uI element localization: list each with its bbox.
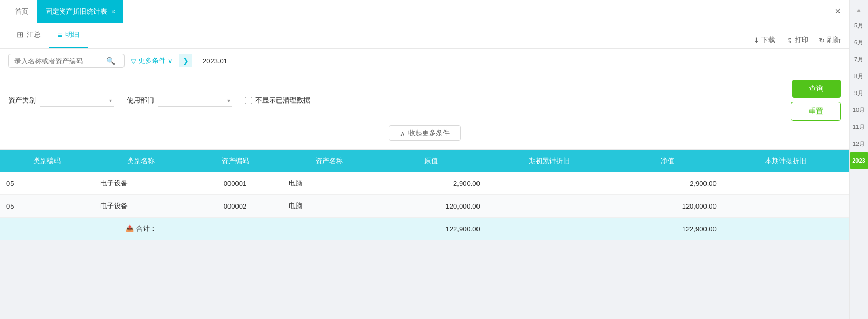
data-table: 类别编码 类别名称 资产编码 资产名称 原值 期初累计折旧 净值 本期计提折旧 … [0,150,849,240]
window-close-button[interactable]: × [835,6,841,17]
cell-original: 2,900.00 [376,172,487,195]
col-category-name: 类别名称 [94,150,188,172]
filter-section: 资产类别 使用部门 不显示已清理数据 [0,73,849,150]
collapse-label: 收起更多条件 [408,128,450,138]
nav-tab: 固定资产折旧统计表 × [37,0,123,23]
sidebar-month-item[interactable]: 7月 [850,51,869,68]
cell-cat-name: 电子设备 [94,195,188,218]
asset-category-label: 资产类别 [8,96,36,105]
cell-net-value: 120,000.00 [613,195,723,218]
download-label: 下载 [761,35,775,45]
nav-tab-title: 固定资产折旧统计表 [45,0,107,23]
expand-arrow-button[interactable]: ❯ [179,54,192,67]
total-accumulated [487,218,613,240]
col-asset-name: 资产名称 [282,150,376,172]
print-label: 打印 [795,35,808,45]
nav-tab-close[interactable]: × [111,0,115,23]
cell-asset-code: 000002 [188,195,282,218]
asset-category-filter: 资产类别 [8,94,114,107]
use-department-filter: 使用部门 [127,94,232,107]
asset-category-select[interactable] [40,94,114,107]
tab-detail[interactable]: ≡ 明细 [49,23,88,48]
toolbar-right: ⬇ 下载 🖨 打印 ↻ 刷新 [753,35,841,45]
search-input[interactable] [14,57,103,65]
sidebar-month-item[interactable]: 6月 [850,34,869,51]
total-net-value: 122,900.00 [613,218,723,240]
filter-row: 资产类别 使用部门 不显示已清理数据 [8,80,841,121]
col-original-value: 原值 [376,150,487,172]
download-icon: ⬇ [753,36,759,44]
cell-original: 120,000.00 [376,195,487,218]
chevron-down-icon: ∨ [168,57,173,65]
col-accumulated-depreciation: 期初累计折旧 [487,150,613,172]
total-label: 合计： [136,224,157,232]
reset-button[interactable]: 重置 [791,102,841,121]
col-asset-code: 资产编码 [188,150,282,172]
refresh-button[interactable]: ↻ 刷新 [819,35,841,45]
cell-asset-name: 电脑 [282,195,376,218]
date-display: 2023.01 [203,57,227,65]
col-net-value: 净值 [613,150,723,172]
sidebar-month-item[interactable]: 12月 [850,135,869,152]
sidebar-month-item[interactable]: 9月 [850,85,869,101]
tab-summary-label: 汇总 [27,30,41,40]
search-icon: 🔍 [106,57,115,65]
total-asset-name [282,218,376,240]
right-sidebar: ▲ 5月6月7月8月9月10月11月12月2023 [849,0,868,319]
table-row: 05 电子设备 000002 电脑 120,000.00 120,000.00 [0,195,849,218]
total-label-cell: 📤 合计： [0,218,282,240]
collapse-icon: ∧ [400,129,405,137]
cell-cat-name: 电子设备 [94,172,188,195]
table-header-row: 类别编码 类别名称 资产编码 资产名称 原值 期初累计折旧 净值 本期计提折旧 [0,150,849,172]
total-icon: 📤 [126,224,134,232]
cell-asset-code: 000001 [188,172,282,195]
table-row: 05 电子设备 000001 电脑 2,900.00 2,900.00 [0,172,849,195]
summary-icon: ⊞ [17,30,24,40]
cell-cat-code: 05 [0,172,94,195]
cell-asset-name: 电脑 [282,172,376,195]
tab-detail-label: 明细 [65,30,79,40]
sidebar-month-item[interactable]: 2023 [850,152,869,169]
cell-net-value: 2,900.00 [613,172,723,195]
cell-cat-code: 05 [0,195,94,218]
print-button[interactable]: 🖨 打印 [786,35,808,45]
asset-category-select-wrap [40,94,114,107]
data-table-wrap: 类别编码 类别名称 资产编码 资产名称 原值 期初累计折旧 净值 本期计提折旧 … [0,150,849,319]
total-row: 📤 合计： 122,900.00 122,900.00 [0,218,849,240]
sidebar-month-item[interactable]: 10月 [850,101,869,118]
refresh-icon: ↻ [819,36,825,44]
filter-icon: ▽ [131,57,136,65]
cell-current [723,172,849,195]
download-button[interactable]: ⬇ 下载 [753,35,775,45]
refresh-label: 刷新 [827,35,841,45]
collapse-row: ∧ 收起更多条件 [8,121,841,145]
scroll-up-button[interactable]: ▲ [854,4,864,16]
use-department-label: 使用部门 [127,96,154,105]
no-cleared-filter: 不显示已清理数据 [245,96,310,105]
tab-summary[interactable]: ⊞ 汇总 [8,23,49,48]
cell-accumulated [487,172,613,195]
action-buttons: 查询 重置 [791,80,841,121]
total-current [723,218,849,240]
filter-label: 更多条件 [138,56,166,65]
no-cleared-label: 不显示已清理数据 [255,96,310,105]
tab-bar: ⊞ 汇总 ≡ 明细 ⬇ 下载 🖨 打印 ↻ 刷新 [0,23,849,49]
sidebar-month-item[interactable]: 5月 [850,17,869,34]
more-conditions-button[interactable]: ▽ 更多条件 ∨ [131,56,173,65]
no-cleared-checkbox[interactable] [245,97,252,104]
cell-current [723,195,849,218]
sidebar-month-item[interactable]: 8月 [850,68,869,85]
search-input-wrap: 🔍 [8,54,125,68]
col-category-code: 类别编码 [0,150,94,172]
query-button[interactable]: 查询 [792,80,841,98]
print-icon: 🖨 [786,36,793,44]
top-nav: 首页 固定资产折旧统计表 × × [0,0,849,23]
search-bar: 🔍 ▽ 更多条件 ∨ ❯ 2023.01 [0,49,849,73]
nav-home[interactable]: 首页 [8,0,35,23]
use-department-select-wrap [158,94,232,107]
detail-icon: ≡ [58,31,62,40]
collapse-button[interactable]: ∧ 收起更多条件 [389,125,461,141]
sidebar-month-item[interactable]: 11月 [850,118,869,135]
use-department-select[interactable] [158,94,232,107]
col-current-depreciation: 本期计提折旧 [723,150,849,172]
